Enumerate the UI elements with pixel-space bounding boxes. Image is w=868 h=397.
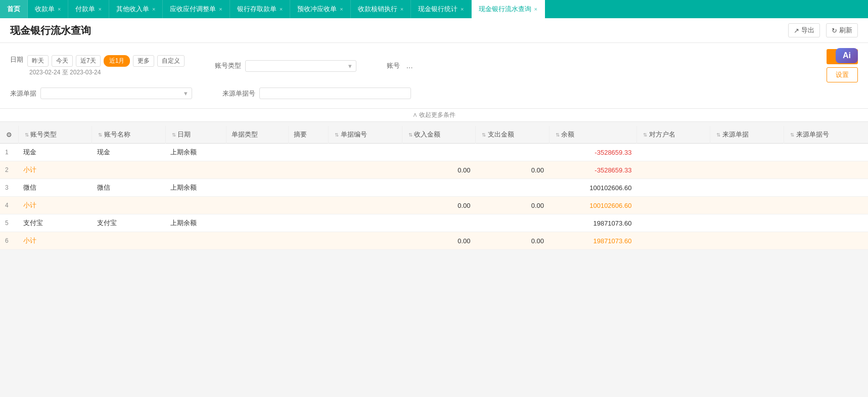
cell-account-name: 支付宝 (92, 214, 166, 232)
row-num: 6 (0, 232, 18, 250)
source-doc-filter: 来源单据 ▾ (10, 87, 192, 99)
close-icon[interactable]: × (219, 6, 222, 12)
close-icon[interactable]: × (152, 6, 155, 12)
account-dots-btn[interactable]: ... (404, 61, 415, 70)
date-more-btn[interactable]: 更多 (133, 55, 154, 67)
cell-doc-no (329, 214, 402, 232)
cell-summary (289, 179, 329, 197)
cell-source-doc (710, 179, 784, 197)
cell-income: 0.00 (402, 232, 476, 250)
source-doc-num-input[interactable] (259, 87, 411, 99)
nav-tab-yinhangcunqu[interactable]: 银行存取款单 × (230, 0, 290, 18)
settings-button[interactable]: 设置 (827, 67, 858, 82)
row-num: 3 (0, 179, 18, 197)
cell-source-doc-no (784, 197, 868, 214)
date-group: 昨天 今天 近7天 近1月 更多 自定义 2023-02-24 至 2023-0… (27, 55, 185, 77)
date-today-btn[interactable]: 今天 (52, 55, 73, 67)
account-label: 账号 (387, 61, 400, 70)
table-row[interactable]: 1 现金 现金 上期余额 -3528659.33 (0, 144, 868, 161)
cell-doc-type (226, 144, 289, 161)
sort-icon: ⇅ (172, 132, 176, 138)
close-icon[interactable]: × (58, 6, 61, 12)
cell-account-type: 微信 (18, 179, 92, 197)
page-title: 现金银行流水查询 (10, 24, 91, 37)
nav-tab-shoudan[interactable]: 收款单 × (28, 0, 68, 18)
cell-source-doc (710, 197, 784, 214)
cell-doc-type (226, 197, 289, 214)
th-account-type[interactable]: ⇅ 账号类型 (18, 126, 92, 144)
cell-balance: 100102606.60 (549, 197, 636, 214)
table-row[interactable]: 5 支付宝 支付宝 上期余额 19871073.60 (0, 214, 868, 232)
th-settings[interactable]: ⚙ (0, 126, 18, 144)
th-date[interactable]: ⇅ 日期 (165, 126, 226, 144)
cell-source-doc (710, 214, 784, 232)
cell-date: 上期余额 (165, 214, 226, 232)
account-filter: 账号 ... (387, 61, 415, 70)
date-7days-btn[interactable]: 近7天 (76, 55, 101, 67)
close-icon[interactable]: × (280, 6, 283, 12)
cell-expense (476, 214, 550, 232)
cell-balance: -3528659.33 (549, 161, 636, 179)
nav-tab-liushui[interactable]: 现金银行流水查询 × (472, 0, 545, 18)
cell-source-doc-no (784, 214, 868, 232)
cell-summary (289, 214, 329, 232)
settings-icon: ⚙ (6, 131, 12, 139)
nav-tab-yushouzhong[interactable]: 预收冲应收单 × (290, 0, 350, 18)
cell-account-name: 现金 (92, 144, 166, 161)
table-row[interactable]: 3 微信 微信 上期余额 100102606.60 (0, 179, 868, 197)
th-summary: 摘要 (289, 126, 329, 144)
table-row[interactable]: 4 小计 0.00 0.00 100102606.60 (0, 197, 868, 214)
source-doc-select[interactable]: ▾ (40, 87, 192, 99)
chevron-down-icon: ▾ (348, 62, 352, 70)
cell-summary (289, 161, 329, 179)
table-row[interactable]: 6 小计 0.00 0.00 19871073.60 (0, 232, 868, 250)
th-income[interactable]: ⇅ 收入金额 (402, 126, 476, 144)
cell-account-name: 微信 (92, 179, 166, 197)
table-row[interactable]: 2 小计 0.00 0.00 -3528659.33 (0, 161, 868, 179)
sort-icon: ⇅ (25, 132, 29, 138)
nav-tab-shoukuanhexiao[interactable]: 收款核销执行 × (351, 0, 411, 18)
date-buttons-row: 昨天 今天 近7天 近1月 更多 自定义 (27, 55, 185, 67)
nav-tab-xianjinyinhang[interactable]: 现金银行统计 × (411, 0, 471, 18)
export-button[interactable]: ↗ 导出 (788, 23, 820, 37)
sort-icon: ⇅ (716, 132, 720, 138)
data-table: ⚙ ⇅ 账号类型 ⇅ 账号名称 ⇅ 日期 单据类型 摘要 (0, 126, 868, 250)
date-yesterday-btn[interactable]: 昨天 (27, 55, 49, 67)
th-source-doc-no[interactable]: ⇅ 来源单据号 (784, 126, 868, 144)
row-num: 1 (0, 144, 18, 161)
date-custom-btn[interactable]: 自定义 (157, 55, 185, 67)
cell-account-type: 小计 (18, 232, 92, 250)
cell-doc-type (226, 179, 289, 197)
th-balance[interactable]: ⇅ 余额 (549, 126, 636, 144)
account-type-select[interactable]: ▾ (245, 60, 356, 72)
th-source-doc[interactable]: ⇅ 来源单据 (710, 126, 784, 144)
row-num: 4 (0, 197, 18, 214)
table-header: ⚙ ⇅ 账号类型 ⇅ 账号名称 ⇅ 日期 单据类型 摘要 (0, 126, 868, 144)
th-expense[interactable]: ⇅ 支出金额 (476, 126, 550, 144)
nav-tab-fukuandan[interactable]: 付款单 × (68, 0, 109, 18)
th-doc-type: 单据类型 (226, 126, 289, 144)
nav-home[interactable]: 首页 (0, 0, 28, 18)
cell-counterparty (636, 214, 710, 232)
cell-income: 0.00 (402, 161, 476, 179)
th-counterparty[interactable]: ⇅ 对方户名 (636, 126, 710, 144)
collapse-bar[interactable]: ∧ 收起更多条件 (0, 109, 868, 122)
cell-date (165, 197, 226, 214)
ai-assistant-badge[interactable]: Ai (836, 48, 858, 63)
close-icon[interactable]: × (98, 6, 101, 12)
close-icon[interactable]: × (461, 6, 464, 12)
refresh-button[interactable]: ↻ 刷新 (826, 23, 858, 37)
close-icon[interactable]: × (400, 6, 403, 12)
nav-tab-qitashouru[interactable]: 其他收入单 × (109, 0, 163, 18)
close-icon[interactable]: × (340, 6, 343, 12)
th-doc-no[interactable]: ⇅ 单据编号 (329, 126, 402, 144)
source-doc-num-label: 来源单据号 (222, 89, 255, 98)
table-container: ⚙ ⇅ 账号类型 ⇅ 账号名称 ⇅ 日期 单据类型 摘要 (0, 126, 868, 250)
nav-tab-yingshouyingfu[interactable]: 应收应付调整单 × (163, 0, 230, 18)
cell-doc-no (329, 161, 402, 179)
date-1month-btn[interactable]: 近1月 (104, 55, 130, 67)
th-account-name[interactable]: ⇅ 账号名称 (92, 126, 166, 144)
close-icon[interactable]: × (534, 6, 537, 12)
cell-account-type: 现金 (18, 144, 92, 161)
date-range-display: 2023-02-24 至 2023-03-24 (29, 68, 185, 77)
